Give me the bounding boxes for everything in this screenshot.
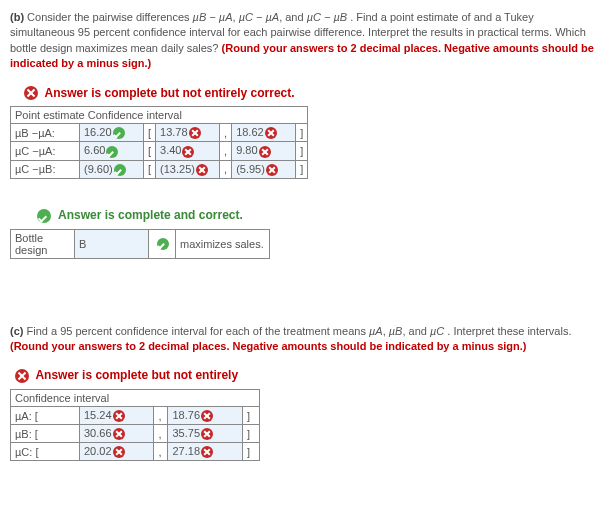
check-icon <box>37 209 51 223</box>
comma: , <box>220 142 232 160</box>
row-label: µC: [ <box>11 443 80 461</box>
x-icon <box>113 446 125 458</box>
treatment-means-table: Answer is complete but not entirely Conf… <box>10 364 260 461</box>
comma: , <box>154 407 168 425</box>
row-label: µC −µB: <box>11 160 80 178</box>
row-label: µC −µA: <box>11 142 80 160</box>
partC-text: Find a 95 percent confidence interval fo… <box>27 325 369 337</box>
bracket: [ <box>144 142 156 160</box>
input-cell[interactable]: 35.75 <box>168 425 243 443</box>
x-icon <box>113 428 125 440</box>
table1-header: Point estimate Confidence interval <box>11 107 308 124</box>
row-label: µA: [ <box>11 407 80 425</box>
x-icon <box>24 86 38 100</box>
incomplete-banner-1: Answer is complete but not entirely corr… <box>11 82 308 107</box>
bottle-design-label: Bottle design <box>11 229 75 258</box>
table-row: µC −µB: (9.60) [ (13.25) , (5.95) ] <box>11 160 308 178</box>
row-label: µB: [ <box>11 425 80 443</box>
input-cell[interactable]: 18.62 <box>232 124 296 142</box>
x-icon <box>201 428 213 440</box>
muC-sym: µC <box>430 325 444 337</box>
input-cell[interactable]: B <box>75 229 149 258</box>
correct-banner-text: Answer is complete and correct. <box>58 208 243 222</box>
input-cell[interactable]: 9.80 <box>232 142 296 160</box>
bottle-design-table: Answer is complete and correct. Bottle d… <box>10 204 270 259</box>
table-row: µB −µA: 16.20 [ 13.78 , 18.62 ] <box>11 124 308 142</box>
muC-muA-sym: µC − µA <box>239 11 280 23</box>
input-cell[interactable]: 20.02 <box>80 443 154 461</box>
input-cell[interactable]: 18.76 <box>168 407 243 425</box>
bracket: ] <box>243 425 260 443</box>
table-row: µC: [ 20.02 , 27.18 ] <box>11 443 260 461</box>
input-cell[interactable]: 27.18 <box>168 443 243 461</box>
x-icon <box>15 369 29 383</box>
muB-muA-sym: µB − µA <box>193 11 233 23</box>
x-icon <box>189 127 201 139</box>
input-cell[interactable]: 6.60 <box>80 142 144 160</box>
bracket: [ <box>144 124 156 142</box>
bracket: [ <box>144 160 156 178</box>
incomplete-banner-text: Answer is complete but not entirely corr… <box>45 86 295 100</box>
input-cell[interactable]: (9.60) <box>80 160 144 178</box>
partC-prompt: (c) Find a 95 percent confidence interva… <box>10 324 599 355</box>
check-icon <box>157 238 169 250</box>
bracket: ] <box>296 160 308 178</box>
x-icon <box>266 164 278 176</box>
incomplete-banner-text-2: Answer is complete but not entirely <box>35 368 238 382</box>
correct-banner: Answer is complete and correct. <box>11 204 270 229</box>
status-cell <box>149 229 176 258</box>
table3-header: Confidence interval <box>11 390 260 407</box>
input-cell[interactable]: 13.78 <box>156 124 220 142</box>
muC-muB-sym: µC − µB <box>307 11 348 23</box>
table-row: µA: [ 15.24 , 18.76 ] <box>11 407 260 425</box>
partC-label: (c) <box>10 325 23 337</box>
input-cell[interactable]: 3.40 <box>156 142 220 160</box>
input-cell[interactable]: (5.95) <box>232 160 296 178</box>
maximizes-label: maximizes sales. <box>176 229 270 258</box>
comma: , <box>220 124 232 142</box>
muA-sym: µA <box>369 325 383 337</box>
bracket: ] <box>243 443 260 461</box>
pairwise-table: Answer is complete but not entirely corr… <box>10 82 308 179</box>
partB-prompt: (b) Consider the pairwise differences µB… <box>10 10 599 72</box>
comma: , <box>220 160 232 178</box>
input-cell[interactable]: 15.24 <box>80 407 154 425</box>
x-icon <box>265 127 277 139</box>
check-icon <box>113 127 125 139</box>
input-cell[interactable]: 30.66 <box>80 425 154 443</box>
x-icon <box>182 146 194 158</box>
comma: , <box>154 425 168 443</box>
partB-text1: Consider the pairwise differences <box>27 11 193 23</box>
table-row: µB: [ 30.66 , 35.75 ] <box>11 425 260 443</box>
input-cell[interactable]: (13.25) <box>156 160 220 178</box>
input-cell[interactable]: 16.20 <box>80 124 144 142</box>
comma: , <box>154 443 168 461</box>
bracket: ] <box>296 142 308 160</box>
x-icon <box>201 446 213 458</box>
row-label: µB −µA: <box>11 124 80 142</box>
x-icon <box>113 410 125 422</box>
partB-label: (b) <box>10 11 24 23</box>
incomplete-banner-2: Answer is complete but not entirely <box>11 364 260 389</box>
x-icon <box>196 164 208 176</box>
check-icon <box>106 146 118 158</box>
muB-sym: µB <box>389 325 403 337</box>
check-icon <box>114 164 126 176</box>
table-row: Bottle design B maximizes sales. <box>11 229 270 258</box>
partC-tail: . Interpret these intervals. <box>447 325 571 337</box>
bracket: ] <box>243 407 260 425</box>
table-row: µC −µA: 6.60 [ 3.40 , 9.80 ] <box>11 142 308 160</box>
x-icon <box>201 410 213 422</box>
bracket: ] <box>296 124 308 142</box>
x-icon <box>259 146 271 158</box>
partC-red-note: (Round your answers to 2 decimal places.… <box>10 340 527 352</box>
